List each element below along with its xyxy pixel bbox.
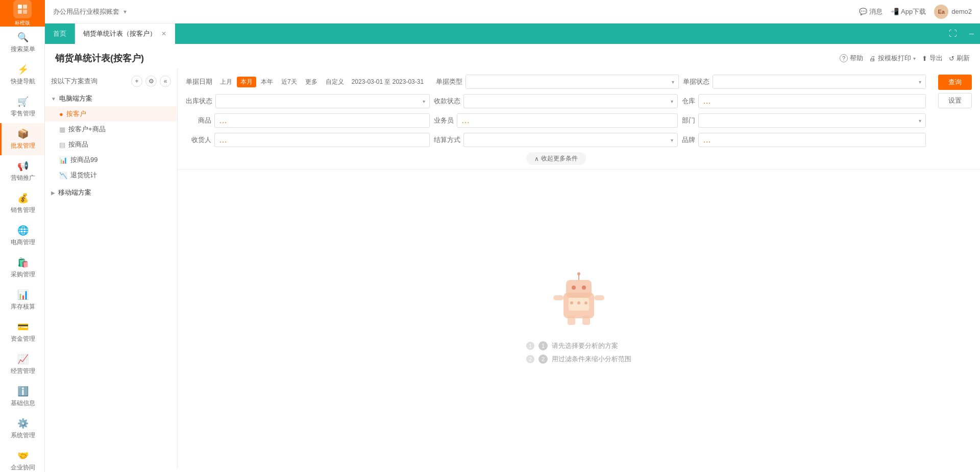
help-button[interactable]: ? 帮助 — [840, 54, 863, 63]
tip-1-badge: 1 — [538, 341, 548, 350]
sidebar-item-enterprise[interactable]: 🤝 企业协同 — [0, 445, 44, 472]
filter-row-4: 收货人 … 结算方式 ▾ — [186, 133, 926, 147]
template-print-label: 按模板打印 — [878, 54, 911, 63]
warehouse-input[interactable]: … — [698, 94, 926, 108]
payment-method-select[interactable]: ▾ — [463, 133, 678, 147]
tip-2-badge: 2 — [538, 355, 548, 364]
sidebar-item-wholesale[interactable]: 📦 批发管理 — [0, 123, 44, 155]
sidebar-item-marketing-label: 营销推广 — [11, 174, 35, 182]
scheme-section-mobile-title[interactable]: ▶ 移动端方案 — [45, 185, 177, 200]
scheme-collapse-button[interactable]: « — [160, 76, 171, 87]
date-range-display: 2023-03-01 至 2023-03-31 — [352, 78, 424, 86]
doc-type-filter: 单据类型 ▾ — [436, 75, 679, 89]
dept-select[interactable]: ▾ — [698, 113, 926, 128]
sidebar-item-quick-nav-label: 快捷导航 — [11, 77, 35, 86]
sidebar-item-basic-label: 基础信息 — [11, 399, 35, 408]
brand-dots: … — [703, 135, 712, 145]
sidebar-item-quick-nav[interactable]: ⚡ 快捷导航 — [0, 59, 44, 91]
query-button[interactable]: 查询 — [938, 75, 972, 90]
finance-icon: 💳 — [17, 321, 29, 333]
scheme-item-by-goods[interactable]: ▤ 按商品 — [45, 137, 177, 152]
scheme-section-desktop-title[interactable]: ▼ 电脑端方案 — [45, 91, 177, 106]
mobile-section-arrow: ▶ — [51, 190, 55, 196]
doc-status-select[interactable]: ▾ — [713, 75, 926, 89]
staff-input[interactable]: … — [457, 113, 678, 128]
date-option-last-month[interactable]: 上月 — [216, 77, 236, 87]
tab-close-icon[interactable]: ✕ — [161, 30, 166, 37]
date-option-this-year[interactable]: 本年 — [257, 77, 277, 87]
sidebar-item-wholesale-label: 批发管理 — [11, 141, 35, 150]
payment-status-select[interactable]: ▾ — [463, 94, 678, 108]
template-print-button[interactable]: 🖨 按模板打印 ▾ — [869, 54, 916, 63]
sidebar-item-basic[interactable]: ℹ️ 基础信息 — [0, 381, 44, 413]
tab-sales-stat[interactable]: 销货单统计表（按客户） ✕ — [75, 23, 175, 44]
header-left: 办公用品行业模拟账套 ▾ — [53, 7, 127, 16]
customer-goods-icon: ▦ — [59, 126, 65, 133]
svg-rect-12 — [568, 316, 575, 325]
avatar-text: Ea — [938, 9, 945, 15]
marketing-icon: 📢 — [17, 160, 29, 172]
filter-row-3: 商品 … 业务员 … — [186, 113, 926, 128]
date-label: 单据日期 — [186, 77, 212, 86]
collapse-button[interactable]: ∧ 收起更多条件 — [526, 152, 586, 165]
svg-rect-0 — [18, 5, 22, 9]
page-title: 销货单统计表(按客户) — [55, 52, 144, 64]
tab-expand-icon[interactable]: ⛶ — [943, 29, 963, 38]
goods-input[interactable]: … — [214, 113, 430, 128]
print-icon: 🖨 — [869, 55, 876, 62]
settings-button[interactable]: 设置 — [938, 93, 972, 108]
export-button[interactable]: ⬆ 导出 — [922, 54, 943, 63]
sidebar-item-search[interactable]: 🔍 搜索菜单 — [0, 27, 44, 59]
sidebar-item-system[interactable]: ⚙️ 系统管理 — [0, 413, 44, 445]
sidebar-item-operations[interactable]: 📈 经营管理 — [0, 348, 44, 381]
operations-icon: 📈 — [17, 353, 29, 365]
user-profile[interactable]: Ea demo2 — [934, 5, 972, 19]
scheme-item-return-stat[interactable]: 📉 退货统计 — [45, 168, 177, 183]
sidebar-item-finance[interactable]: 💳 资金管理 — [0, 316, 44, 348]
mobile-section-label: 移动端方案 — [58, 188, 91, 197]
sidebar-item-retail[interactable]: 🛒 零售管理 — [0, 91, 44, 123]
brand-input[interactable]: … — [698, 133, 926, 147]
scheme-panel: 按以下方案查询 + ⚙ « ▼ 电脑端方案 ● 按客户 — [45, 68, 178, 468]
export-icon: ⬆ — [922, 55, 927, 62]
brand-filter: 品牌 … — [682, 133, 926, 147]
scheme-add-button[interactable]: + — [131, 76, 142, 87]
sidebar-item-sales[interactable]: 💰 销售管理 — [0, 187, 44, 220]
tab-minimize-icon[interactable]: – — [963, 29, 980, 38]
tab-home[interactable]: 首页 — [45, 23, 75, 44]
receiver-input[interactable]: … — [214, 133, 430, 147]
content-area: 销货单统计表(按客户) ? 帮助 🖨 按模板打印 ▾ ⬆ 导出 ↺ 刷新 — [45, 44, 980, 472]
scheme-item-customer-goods[interactable]: ▦ 按客户+商品 — [45, 122, 177, 137]
empty-tip-1: 1 请先选择要分析的方案 — [526, 341, 631, 350]
message-action[interactable]: 💬 消息 — [859, 7, 883, 16]
sidebar-item-ecommerce[interactable]: 🌐 电商管理 — [0, 220, 44, 252]
date-option-more[interactable]: 更多 — [302, 77, 321, 87]
export-label: 导出 — [929, 54, 943, 63]
header-dropdown-icon[interactable]: ▾ — [124, 8, 127, 15]
empty-state: 1 请先选择要分析的方案 2 用过滤条件来缩小分析范围 — [178, 170, 980, 468]
enterprise-icon: 🤝 — [17, 450, 29, 461]
sidebar-menu: 🔍 搜索菜单 ⚡ 快捷导航 🛒 零售管理 📦 批发管理 📢 营销推广 💰 销售管… — [0, 27, 44, 472]
scheme-panel-title: 按以下方案查询 — [51, 77, 97, 86]
app-download-action[interactable]: 📲 App下载 — [891, 7, 926, 16]
out-status-select[interactable]: ▾ — [215, 94, 430, 108]
system-icon: ⚙️ — [17, 418, 29, 429]
purchase-icon: 🛍️ — [17, 257, 29, 268]
doc-type-select[interactable]: ▾ — [465, 75, 679, 89]
svg-point-17 — [584, 301, 587, 304]
empty-tip-1-text: 请先选择要分析的方案 — [552, 341, 618, 350]
date-option-last-7[interactable]: 近7天 — [278, 77, 301, 87]
sidebar-item-purchase[interactable]: 🛍️ 采购管理 — [0, 252, 44, 284]
out-status-dropdown-icon: ▾ — [423, 99, 425, 104]
sidebar-item-marketing[interactable]: 📢 营销推广 — [0, 155, 44, 187]
refresh-button[interactable]: ↺ 刷新 — [949, 54, 970, 63]
scheme-settings-button[interactable]: ⚙ — [145, 76, 157, 87]
date-option-custom[interactable]: 自定义 — [322, 77, 348, 87]
sidebar-item-inventory[interactable]: 📊 库存核算 — [0, 284, 44, 316]
logo-icon — [13, 0, 32, 18]
scheme-item-by-customer[interactable]: ● 按客户 — [45, 106, 177, 122]
receiver-filter: 收货人 … — [186, 133, 430, 147]
date-option-this-month[interactable]: 本月 — [237, 77, 256, 87]
scheme-item-by-goods-99[interactable]: 📊 按商品99 — [45, 152, 177, 168]
filter-row-1: 单据日期 上月 本月 本年 近7天 更多 自定义 2023-03-01 至 20… — [186, 75, 926, 89]
